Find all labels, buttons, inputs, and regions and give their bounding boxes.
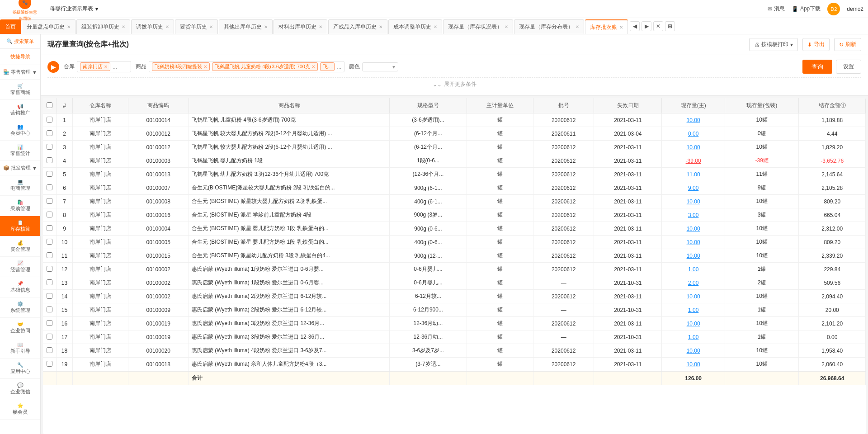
row-qty-main[interactable]: 10.00	[662, 222, 725, 236]
row-checkbox[interactable]	[43, 222, 57, 236]
select-all-checkbox[interactable]	[47, 102, 52, 108]
sidebar-item-jichu[interactable]: 📌 基础信息	[0, 277, 40, 297]
row-checkbox[interactable]	[43, 195, 57, 208]
tab-fenpan-close[interactable]: ✕	[67, 24, 71, 29]
avatar[interactable]: D2	[827, 3, 840, 15]
row-checkbox[interactable]	[43, 236, 57, 249]
row-qty-main[interactable]: 1.00	[662, 330, 725, 344]
row-checkbox[interactable]	[43, 154, 57, 168]
export-btn[interactable]: ⬇ 导出	[802, 38, 830, 51]
filter-warehouse-tag-close[interactable]: ✕	[104, 64, 108, 69]
row-qty-main[interactable]: 1.00	[662, 263, 725, 276]
sidebar-item-jingying[interactable]: 📈 经营管理	[0, 257, 40, 277]
row-qty-main[interactable]: 2.00	[662, 276, 725, 290]
tab-zuhe[interactable]: 组装拆卸单历史 ✕	[76, 19, 130, 34]
filter-color-area[interactable]: ▾	[362, 62, 398, 71]
tab-yaohuo[interactable]: 要货单历史 ✕	[175, 19, 218, 34]
row-checkbox[interactable]	[43, 208, 57, 222]
sidebar-item-changhuyuan[interactable]: ⭐ 畅会员	[0, 399, 40, 420]
filter-product-tag2-close[interactable]: ✕	[311, 64, 315, 69]
tab-diaopi-close[interactable]: ✕	[165, 24, 169, 29]
industry-dropdown-area[interactable]: 母婴行业演示库表 ▾	[45, 5, 768, 13]
sidebar-item-kucun[interactable]: 📋 库存核算	[0, 216, 40, 236]
search-btn[interactable]: 查询	[802, 60, 832, 74]
row-qty-main[interactable]: 10.00	[662, 358, 725, 372]
row-checkbox[interactable]	[43, 113, 57, 127]
filter-product-tag1-close[interactable]: ✕	[203, 64, 207, 69]
row-qty-main[interactable]: 0.00	[662, 127, 725, 141]
sidebar-item-xitong[interactable]: ⚙️ 系统管理	[0, 297, 40, 318]
sidebar-item-caigou[interactable]: 🛍️ 采购管理	[0, 196, 40, 216]
filter-warehouse-tag-area[interactable]: 南岸门店 ✕ ...	[77, 61, 131, 72]
sidebar-item-yingyong[interactable]: 🔧 应用中心	[0, 359, 40, 379]
tab-xianzaiku-close[interactable]: ✕	[505, 24, 508, 29]
sidebar-item-xinshou[interactable]: 📖 新手引导	[0, 338, 40, 359]
tab-yaohuo-close[interactable]: ✕	[209, 24, 213, 29]
sidebar-item-yingxiao[interactable]: 📢 营销推广	[0, 100, 40, 120]
app-download-btn[interactable]: 📱 App下载	[792, 5, 821, 13]
row-checkbox[interactable]	[43, 290, 57, 303]
row-checkbox[interactable]	[43, 358, 57, 372]
sidebar-item-lingshoutj[interactable]: 📊 零售统计	[0, 141, 40, 161]
tab-zuhe-close[interactable]: ✕	[122, 24, 125, 29]
tab-qita-chu[interactable]: 其他出库单历史 ✕	[219, 19, 273, 34]
tab-xianzaifen-close[interactable]: ✕	[576, 24, 579, 29]
filter-product-more-btn[interactable]: ...	[337, 64, 341, 70]
tab-fenpan[interactable]: 分量盘点单历史 ✕	[22, 19, 75, 34]
row-checkbox[interactable]	[43, 181, 57, 195]
tab-menu-btn[interactable]: ⊞	[665, 21, 675, 31]
row-qty-main[interactable]: 10.00	[662, 344, 725, 358]
sidebar-item-zijin[interactable]: 💰 资金管理	[0, 236, 40, 257]
industry-dropdown[interactable]: 母婴行业演示库表 ▾	[50, 5, 98, 13]
sidebar-item-pifa[interactable]: 📦 批发管理 ▼	[0, 161, 40, 175]
tab-chengben-close[interactable]: ✕	[434, 24, 437, 29]
filter-warehouse-more[interactable]: ...	[113, 64, 117, 70]
tab-kucunpici-close[interactable]: ✕	[619, 25, 623, 30]
tab-xianzai-fen[interactable]: 现存量（库存分布表） ✕	[514, 19, 584, 34]
message-btn[interactable]: ✉ 消息	[768, 5, 785, 13]
row-checkbox[interactable]	[43, 263, 57, 276]
sidebar-search[interactable]: 🔍 搜索菜单	[0, 34, 40, 49]
tab-xianzai-ku[interactable]: 现存量（库存状况表） ✕	[443, 19, 513, 34]
row-qty-main[interactable]: -39.00	[662, 154, 725, 168]
refresh-btn[interactable]: ↻ 刷新	[834, 38, 861, 51]
row-checkbox[interactable]	[43, 330, 57, 344]
tab-cailiao-chu[interactable]: 材料出库单历史 ✕	[274, 19, 327, 34]
row-qty-main[interactable]: 10.00	[662, 290, 725, 303]
row-qty-main[interactable]: 9.00	[662, 181, 725, 195]
tab-prev-btn[interactable]: ◀	[630, 21, 640, 31]
tab-home[interactable]: 首页	[0, 19, 21, 34]
row-qty-main[interactable]: 1.00	[662, 303, 725, 317]
row-checkbox[interactable]	[43, 303, 57, 317]
tab-next-btn[interactable]: ▶	[642, 21, 651, 31]
tab-diaopi[interactable]: 调拨单历史 ✕	[131, 19, 174, 34]
row-qty-main[interactable]: 3.00	[662, 208, 725, 222]
tab-cailiaochu-close[interactable]: ✕	[319, 24, 322, 29]
tab-close-all-btn[interactable]: ✕	[653, 21, 663, 31]
row-qty-main[interactable]: 11.00	[662, 168, 725, 181]
row-qty-main[interactable]: 10.00	[662, 317, 725, 330]
sidebar-item-dianshang[interactable]: 💻 电商管理	[0, 175, 40, 196]
tab-chanpin-ru[interactable]: 产成品入库单历史 ✕	[328, 19, 387, 34]
row-checkbox[interactable]	[43, 344, 57, 358]
sidebar-item-lingshouguan[interactable]: 🏪 零售管理 ▼	[0, 65, 40, 80]
sidebar-nav-label[interactable]: 快捷导航	[0, 51, 40, 62]
tab-qitachu-close[interactable]: ✕	[264, 24, 268, 29]
sidebar-item-qiye[interactable]: 🤝 企业协同	[0, 318, 40, 338]
row-checkbox[interactable]	[43, 141, 57, 154]
filter-expand-btn[interactable]: ▶	[47, 61, 59, 73]
filter-color-dropdown-icon[interactable]: ▾	[392, 64, 395, 70]
settings-btn[interactable]: 设置	[836, 60, 861, 74]
row-qty-main[interactable]: 10.00	[662, 195, 725, 208]
sidebar-item-qiyewx[interactable]: 💬 企业微信	[0, 379, 40, 399]
row-checkbox[interactable]	[43, 127, 57, 141]
sidebar-item-huiyuan[interactable]: 👥 会员中心	[0, 120, 40, 141]
tab-chanpinru-close[interactable]: ✕	[379, 24, 382, 29]
sidebar-item-lingshoushangcheng[interactable]: 🛒 零售商城	[0, 80, 40, 100]
row-checkbox[interactable]	[43, 249, 57, 263]
row-qty-main[interactable]: 10.00	[662, 113, 725, 127]
row-qty-main[interactable]: 10.00	[662, 249, 725, 263]
template-print-btn[interactable]: 🖨 按模板打印 ▾	[749, 38, 798, 51]
row-qty-main[interactable]: 10.00	[662, 141, 725, 154]
filter-expand-more[interactable]: ⌄⌄ 展开更多条件	[47, 77, 861, 91]
